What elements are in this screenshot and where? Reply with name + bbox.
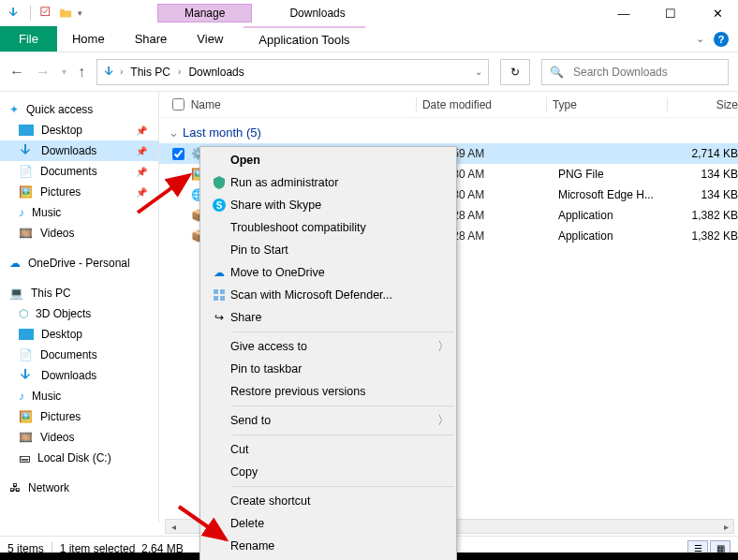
breadcrumb[interactable]: › This PC › Downloads ⌄ [96, 59, 489, 85]
sidebar-videos[interactable]: 🎞️Videos [0, 223, 158, 243]
search-input[interactable] [571, 65, 720, 80]
nav-pane: ✦Quick access Desktop📌 Downloads📌 📄Docum… [0, 92, 159, 523]
sidebar-desktop[interactable]: Desktop📌 [0, 120, 158, 140]
nav-recent-dropdown[interactable]: ▾ [62, 66, 66, 77]
sidebar-documents[interactable]: 📄Documents📌 [0, 161, 158, 182]
sidebar-thispc[interactable]: 💻This PC [0, 283, 158, 303]
share-tab[interactable]: Share [120, 26, 183, 52]
application-tools-tab[interactable]: Application Tools [244, 26, 364, 52]
sidebar-desktop2[interactable]: Desktop [0, 324, 158, 345]
pin-icon: 📌 [136, 167, 147, 177]
sidebar-pictures[interactable]: 🖼️Pictures📌 [0, 182, 158, 202]
ribbon: File Home Share View Application Tools ⌄… [0, 26, 738, 52]
minimize-button[interactable]: — [611, 7, 637, 21]
sidebar-videos2[interactable]: 🎞️Videos [0, 427, 158, 448]
ctx-run-as-admin[interactable]: Run as administrator [200, 171, 456, 194]
sidebar-3dobjects[interactable]: ⬡3D Objects [0, 303, 158, 324]
view-tab[interactable]: View [182, 26, 238, 52]
sidebar-onedrive[interactable]: ☁OneDrive - Personal [0, 253, 158, 273]
nav-forward-button[interactable]: → [36, 64, 51, 81]
breadcrumb-downloads[interactable]: Downloads [184, 66, 247, 79]
column-type[interactable]: Type [553, 98, 667, 111]
ctx-create-shortcut[interactable]: Create shortcut [200, 490, 456, 512]
ctx-pin-start[interactable]: Pin to Start [200, 239, 456, 261]
breadcrumb-thispc[interactable]: This PC [126, 66, 174, 79]
pin-icon: 📌 [136, 146, 147, 156]
ctx-troubleshoot[interactable]: Troubleshoot compatibility [200, 216, 456, 239]
ctx-defender-scan[interactable]: Scan with Microsoft Defender... [200, 284, 456, 306]
sidebar-quick-access[interactable]: ✦Quick access [0, 99, 158, 120]
ctx-cut[interactable]: Cut [200, 438, 456, 461]
ctx-open[interactable]: Open [200, 149, 456, 171]
home-tab[interactable]: Home [57, 26, 120, 52]
ribbon-expand-icon[interactable]: ⌄ [696, 33, 704, 45]
window-title: Downloads [289, 7, 345, 20]
search-icon: 🔍 [550, 66, 564, 79]
nav-up-button[interactable]: ↑ [78, 64, 85, 81]
close-button[interactable]: ✕ [704, 7, 731, 21]
sidebar-downloads[interactable]: Downloads📌 [0, 140, 158, 161]
context-menu: Open Run as administrator SShare with Sk… [199, 146, 457, 560]
ctx-send-to[interactable]: Send to〉 [200, 409, 456, 432]
search-box[interactable]: 🔍 [541, 59, 729, 85]
column-date[interactable]: Date modified [422, 98, 546, 111]
ctx-delete[interactable]: Delete [200, 512, 456, 535]
group-last-month[interactable]: ⌄Last month (5) [159, 118, 738, 143]
downloads-icon [103, 66, 116, 79]
sidebar-pictures2[interactable]: 🖼️Pictures [0, 406, 158, 427]
downloads-icon [7, 7, 21, 20]
column-size[interactable]: Size [673, 98, 738, 111]
sidebar-localdisk[interactable]: 🖴Local Disk (C:) [0, 448, 158, 468]
column-headers[interactable]: Name Date modified Type Size [159, 92, 738, 118]
svg-rect-5 [214, 296, 218, 301]
ctx-give-access[interactable]: Give access to〉 [200, 335, 456, 358]
ctx-share-skype[interactable]: SShare with Skype [200, 194, 456, 216]
file-tab[interactable]: File [0, 26, 57, 52]
ctx-move-onedrive[interactable]: ☁Move to OneDrive [200, 261, 456, 284]
svg-rect-4 [220, 289, 225, 294]
ctx-restore-versions[interactable]: Restore previous versions [200, 380, 456, 403]
nav-back-button[interactable]: ← [9, 64, 24, 81]
pin-icon: 📌 [136, 187, 147, 198]
qat-newfolder-icon[interactable] [59, 7, 72, 20]
column-name[interactable]: Name [191, 98, 416, 111]
ctx-copy[interactable]: Copy [200, 461, 456, 483]
refresh-button[interactable]: ↻ [500, 59, 530, 85]
ctx-pin-taskbar[interactable]: Pin to taskbar [200, 358, 456, 380]
ctx-rename[interactable]: Rename [200, 535, 456, 557]
title-bar: ▾ Manage Downloads — ☐ ✕ [0, 0, 738, 26]
qat-dropdown-icon[interactable]: ▾ [78, 8, 82, 18]
qat-properties-icon[interactable] [40, 7, 53, 20]
row-checkbox[interactable] [172, 148, 184, 160]
sidebar-downloads2[interactable]: Downloads [0, 365, 158, 386]
svg-rect-6 [220, 296, 225, 301]
help-icon[interactable]: ? [714, 32, 729, 47]
svg-text:S: S [216, 200, 223, 211]
sidebar-music2[interactable]: ♪Music [0, 386, 158, 406]
maximize-button[interactable]: ☐ [657, 7, 684, 21]
select-all-checkbox[interactable] [172, 98, 184, 111]
pin-icon: 📌 [136, 125, 147, 136]
sidebar-music[interactable]: ♪Music [0, 202, 158, 223]
address-bar: ← → ▾ ↑ › This PC › Downloads ⌄ ↻ 🔍 [0, 52, 738, 92]
sidebar-documents2[interactable]: 📄Documents [0, 345, 158, 365]
manage-tab[interactable]: Manage [157, 4, 252, 22]
ctx-share[interactable]: ↪Share [200, 306, 456, 329]
svg-rect-3 [214, 289, 218, 294]
breadcrumb-dropdown-icon[interactable]: ⌄ [475, 66, 482, 77]
sidebar-network[interactable]: 🖧Network [0, 478, 158, 498]
